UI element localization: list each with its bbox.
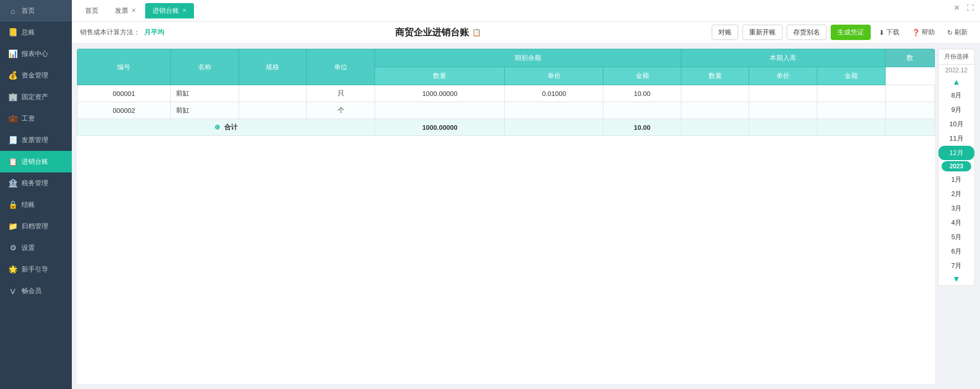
reconcile-button[interactable]: 对账 xyxy=(712,25,738,40)
help-icon: ❓ xyxy=(912,29,920,36)
sidebar-item-settings[interactable]: ⚙设置 xyxy=(0,237,72,259)
sidebar-item-tax[interactable]: 🏦税务管理 xyxy=(0,172,72,194)
sidebar-item-member[interactable]: V畅会员 xyxy=(0,280,72,302)
sidebar-item-purchase-sale[interactable]: 📋进销台账 xyxy=(0,151,72,172)
month-nav-down[interactable]: ▼ xyxy=(938,273,974,285)
cell-in-qty xyxy=(681,85,749,102)
sidebar-icon-home: ⌂ xyxy=(8,7,17,15)
month-item-9[interactable]: 9月 xyxy=(938,103,974,117)
month-item-2023-7[interactable]: 7月 xyxy=(938,259,974,273)
sidebar-label-home: 首页 xyxy=(22,6,35,15)
refresh-icon: ↻ xyxy=(947,29,953,36)
cell-name: 前缸 xyxy=(170,85,239,102)
tab-purchase-sale[interactable]: 进销台账✕ xyxy=(145,3,194,18)
table-row: 000002 前缸 个 xyxy=(77,102,935,119)
close-button[interactable]: ✕ xyxy=(952,3,962,12)
sidebar-item-salary[interactable]: 💼工资 xyxy=(0,108,72,129)
total-icon: ⊕ xyxy=(214,123,220,131)
month-item-10[interactable]: 10月 xyxy=(938,117,974,131)
sidebar-label-ledger: 总账 xyxy=(22,28,35,37)
sidebar-label-archive: 归档管理 xyxy=(22,222,48,231)
sidebar-item-closing[interactable]: 🔒结账 xyxy=(0,194,72,216)
cell-open-price: 0.01000 xyxy=(505,85,603,102)
sidebar-label-reports: 报表中心 xyxy=(22,49,48,59)
month-item-11[interactable]: 11月 xyxy=(938,131,974,146)
page-title: 商贸企业进销台账 📋 xyxy=(395,26,481,38)
tab-bar: 首页发票✕进销台账✕ xyxy=(72,0,980,22)
sidebar-item-assets[interactable]: 🏢固定资产 xyxy=(0,86,72,108)
cell-open-qty xyxy=(375,102,505,119)
main-area: 首页发票✕进销台账✕ 销售成本计算方法： 月平均 商贸企业进销台账 📋 对账 重… xyxy=(72,0,980,389)
sidebar-item-ledger[interactable]: 📒总账 xyxy=(0,22,72,43)
save-alias-button[interactable]: 存货别名 xyxy=(787,25,827,40)
cell-unit: 只 xyxy=(307,85,375,102)
sidebar-label-closing: 结账 xyxy=(22,200,35,209)
sidebar-label-assets: 固定资产 xyxy=(22,92,48,102)
col-name-header: 名称 xyxy=(170,49,239,85)
sidebar-icon-purchase-sale: 📋 xyxy=(8,157,17,166)
total-row: ⊕ 合计 1000.00000 10.00 xyxy=(77,119,935,136)
col-open-price-header: 单价 xyxy=(505,67,603,85)
month-item-2023-4[interactable]: 4月 xyxy=(938,216,974,230)
col-inbound-header: 本期入库 xyxy=(681,49,885,67)
col-id-header: 编号 xyxy=(77,49,171,85)
refresh-button[interactable]: ↻ 刷新 xyxy=(943,26,972,39)
table-row: 000001 前缸 只 1000.00000 0.01000 10.00 xyxy=(77,85,935,102)
cell-in-amount xyxy=(817,102,886,119)
month-item-2023-5[interactable]: 5月 xyxy=(938,230,974,244)
tab-label-purchase-sale: 进销台账 xyxy=(152,6,179,15)
month-item-2023-3[interactable]: 3月 xyxy=(938,201,974,216)
tab-close-purchase-sale[interactable]: ✕ xyxy=(182,7,187,14)
total-label-text: 合计 xyxy=(224,123,238,131)
tab-invoice[interactable]: 发票✕ xyxy=(108,3,143,18)
month-item-2023-1[interactable]: 1月 xyxy=(938,172,974,187)
tab-label-invoice: 发票 xyxy=(115,6,128,15)
year-2023-label: 2023 xyxy=(942,161,971,171)
cost-method-value: 月平均 xyxy=(144,28,164,36)
toolbar-actions: 对账 重新开账 存货别名 生成凭证 ⬇ 下载 ❓ 帮助 ↻ 刷新 xyxy=(712,25,972,40)
purchase-sale-table: 编号 名称 规格 单位 期初余额 本期入库 数 数量 单价 金额 数量 单价 xyxy=(77,49,935,136)
col-unit-header: 单位 xyxy=(307,49,375,85)
month-item-12[interactable]: 12月 xyxy=(938,146,974,160)
sidebar-icon-closing: 🔒 xyxy=(8,200,17,209)
month-item-2023-6[interactable]: 6月 xyxy=(938,244,974,259)
month-item-8[interactable]: 8月 xyxy=(938,88,974,103)
total-more xyxy=(885,119,934,136)
current-year-label: 2022.12 xyxy=(938,65,974,76)
cell-in-price xyxy=(749,85,817,102)
window-controls: ✕ ⛶ xyxy=(952,3,975,12)
sidebar-item-archive[interactable]: 📁归档管理 xyxy=(0,216,72,237)
cell-more xyxy=(885,85,934,102)
generate-voucher-button[interactable]: 生成凭证 xyxy=(831,25,871,40)
sidebar-label-purchase-sale: 进销台账 xyxy=(22,157,48,166)
month-item-2023-2[interactable]: 2月 xyxy=(938,187,974,201)
tab-home[interactable]: 首页 xyxy=(78,3,106,18)
tab-close-invoice[interactable]: ✕ xyxy=(131,7,136,14)
cell-spec xyxy=(239,85,307,102)
sidebar-label-guide: 新手引导 xyxy=(22,265,48,274)
sidebar-item-reports[interactable]: 📊报表中心 xyxy=(0,43,72,65)
month-panel-title: 月份选择 xyxy=(938,49,974,65)
toolbar: 销售成本计算方法： 月平均 商贸企业进销台账 📋 对账 重新开账 存货别名 生成… xyxy=(72,22,980,44)
col-more-header: 数 xyxy=(885,49,934,67)
sidebar-label-member: 畅会员 xyxy=(22,286,42,296)
help-button[interactable]: ❓ 帮助 xyxy=(908,26,939,39)
reopen-button[interactable]: 重新开账 xyxy=(742,25,782,40)
sidebar-item-home[interactable]: ⌂首页 xyxy=(0,0,72,22)
sidebar-item-guide[interactable]: 🌟新手引导 xyxy=(0,259,72,280)
sidebar-item-invoice-mgmt[interactable]: 🧾发票管理 xyxy=(0,129,72,151)
download-icon: ⬇ xyxy=(879,29,885,36)
total-in-amount xyxy=(817,119,886,136)
cell-open-price xyxy=(505,102,603,119)
sidebar-item-funds[interactable]: 💰资金管理 xyxy=(0,65,72,86)
content-area: 编号 名称 规格 单位 期初余额 本期入库 数 数量 单价 金额 数量 单价 xyxy=(72,44,980,389)
total-label-cell: ⊕ 合计 xyxy=(77,119,375,136)
total-open-amount: 10.00 xyxy=(603,119,681,136)
maximize-button[interactable]: ⛶ xyxy=(966,3,975,12)
table-container: 编号 名称 规格 单位 期初余额 本期入库 数 数量 单价 金额 数量 单价 xyxy=(77,49,935,384)
total-in-qty xyxy=(681,119,749,136)
month-nav-up[interactable]: ▲ xyxy=(938,76,974,88)
col-opening-header: 期初余额 xyxy=(375,49,681,67)
download-button[interactable]: ⬇ 下载 xyxy=(875,26,904,39)
cell-name: 前缸 xyxy=(170,102,239,119)
